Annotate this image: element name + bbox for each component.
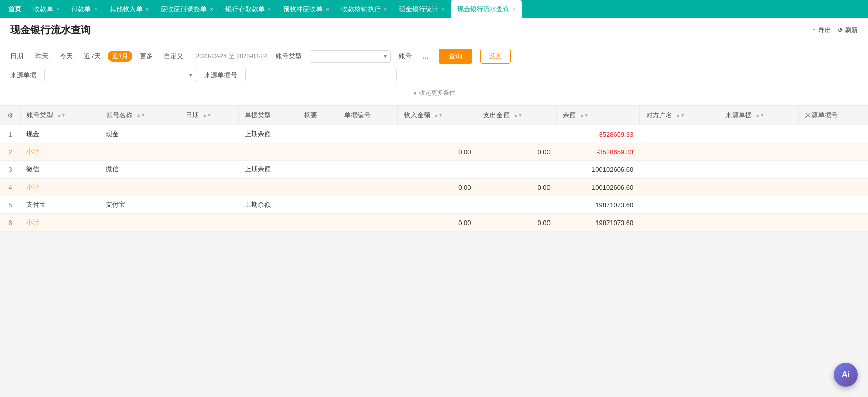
- cell-income: [397, 161, 477, 179]
- cell-account-name: [100, 143, 179, 161]
- th-date[interactable]: 日期 ▲▼: [179, 106, 238, 125]
- nav-cash-bank-stats-close[interactable]: ×: [441, 6, 444, 12]
- export-button[interactable]: ↑ 导出: [813, 26, 832, 35]
- sort-icon-account-name: ▲▼: [136, 113, 145, 118]
- source-doc-select-wrapper: [44, 69, 196, 81]
- date-btn-yesterday[interactable]: 昨天: [31, 51, 53, 62]
- export-icon: ↑: [813, 26, 816, 34]
- nav-cash-bank-flow-close[interactable]: ×: [513, 6, 516, 12]
- cell-summary: [298, 179, 338, 196]
- th-counterparty[interactable]: 对方户名 ▲▼: [639, 106, 719, 125]
- cell-summary: [298, 161, 338, 179]
- date-btn-7days[interactable]: 近7天: [80, 51, 105, 62]
- nav-cash-bank-stats-label: 现金银行统计: [399, 5, 438, 14]
- th-doc-no: 单据编号: [338, 106, 397, 125]
- cell-summary: [298, 214, 338, 232]
- th-counterparty-label: 对方户名: [646, 111, 672, 119]
- nav-item-cash-bank-stats[interactable]: 现金银行统计 ×: [393, 0, 450, 18]
- data-table-container: ⚙ 账号类型 ▲▼ 账号名称 ▲▼ 日期 ▲▼ 单据类型 摘要: [0, 106, 868, 232]
- cell-income: 0.00: [397, 179, 477, 196]
- nav-ap-adjustment-close[interactable]: ×: [210, 6, 213, 12]
- th-source-doc[interactable]: 来源单据 ▲▼: [719, 106, 798, 125]
- cell-expense: 0.00: [477, 214, 557, 232]
- nav-item-bank-deposit[interactable]: 银行存取款单 ×: [219, 0, 277, 18]
- cell-row-num: 3: [0, 161, 20, 179]
- th-balance[interactable]: 余额 ▲▼: [557, 106, 639, 125]
- refresh-icon: ↺: [837, 26, 843, 34]
- date-btn-1month[interactable]: 近1月: [108, 51, 132, 62]
- query-button[interactable]: 查询: [439, 49, 472, 64]
- nav-advance-offset-close[interactable]: ×: [326, 6, 329, 12]
- cell-summary: [298, 125, 338, 143]
- th-balance-label: 余额: [563, 111, 576, 119]
- nav-bank-deposit-close[interactable]: ×: [268, 6, 271, 12]
- cell-source-doc-no: [799, 214, 868, 232]
- source-doc-no-input[interactable]: [245, 69, 397, 81]
- account-type-select[interactable]: [310, 50, 391, 63]
- cell-date: [179, 196, 238, 214]
- th-account-type[interactable]: 账号类型 ▲▼: [20, 106, 100, 125]
- nav-item-advance-offset[interactable]: 预收冲应收单 ×: [277, 0, 335, 18]
- nav-collection-execute-close[interactable]: ×: [384, 6, 387, 12]
- th-income[interactable]: 收入金额 ▲▼: [397, 106, 477, 125]
- sort-icon-account-type: ▲▼: [57, 113, 66, 118]
- collapse-bar[interactable]: ∧ 收起更多条件: [10, 86, 858, 99]
- account-type-select-wrapper: [310, 50, 391, 63]
- nav-item-ap-adjustment[interactable]: 应收应付调整单 ×: [155, 0, 219, 18]
- filter-row-2: 来源单据 来源单据号: [10, 69, 858, 81]
- account-dots-button[interactable]: ...: [420, 52, 431, 61]
- cell-source-doc: [719, 161, 798, 179]
- nav-item-receipt[interactable]: 收款单 ×: [27, 0, 65, 18]
- refresh-button[interactable]: ↺ 刷新: [837, 26, 858, 35]
- cell-source-doc-no: [799, 143, 868, 161]
- nav-item-home[interactable]: 首页: [2, 0, 27, 18]
- collapse-label: 收起更多条件: [419, 89, 455, 97]
- cell-expense: 0.00: [477, 143, 557, 161]
- cell-counterparty: [639, 125, 719, 143]
- date-buttons: 昨天 今天 近7天 近1月 更多 自定义: [31, 51, 188, 62]
- th-account-name[interactable]: 账号名称 ▲▼: [100, 106, 179, 125]
- nav-item-other-income[interactable]: 其他收入单 ×: [104, 0, 155, 18]
- nav-item-collection-execute[interactable]: 收款核销执行 ×: [335, 0, 393, 18]
- cell-source-doc-no: [799, 196, 868, 214]
- sort-icon-counterparty: ▲▼: [676, 113, 685, 118]
- cell-account-type: 小计: [20, 179, 100, 196]
- cell-doc-no: [338, 143, 397, 161]
- table-row: 5 支付宝 支付宝 上期余额 19871073.60: [0, 196, 868, 214]
- settings-button[interactable]: 设置: [480, 49, 511, 64]
- nav-item-payment[interactable]: 付款单 ×: [65, 0, 103, 18]
- cell-doc-no: [338, 214, 397, 232]
- cell-source-doc: [719, 143, 798, 161]
- cell-account-type: 支付宝: [20, 196, 100, 214]
- nav-item-cash-bank-flow[interactable]: 现金银行流水查询 ×: [451, 0, 522, 18]
- cell-source-doc: [719, 125, 798, 143]
- date-filter-label: 日期: [10, 52, 23, 61]
- th-income-label: 收入金额: [404, 111, 430, 119]
- cell-doc-no: [338, 161, 397, 179]
- cell-balance: 100102606.60: [557, 179, 639, 196]
- filter-area: 日期 昨天 今天 近7天 近1月 更多 自定义 2023-02-24 至 202…: [0, 42, 868, 106]
- cell-balance: 19871073.60: [557, 214, 639, 232]
- th-settings[interactable]: ⚙: [0, 106, 20, 125]
- cell-row-num: 4: [0, 179, 20, 196]
- nav-payment-close[interactable]: ×: [94, 6, 97, 12]
- nav-bank-deposit-label: 银行存取款单: [225, 5, 265, 14]
- cell-doc-type: [239, 214, 298, 232]
- date-btn-custom[interactable]: 自定义: [160, 51, 188, 62]
- cell-source-doc: [719, 196, 798, 214]
- cell-doc-no: [338, 196, 397, 214]
- nav-ap-adjustment-label: 应收应付调整单: [161, 5, 207, 14]
- nav-other-income-close[interactable]: ×: [146, 6, 149, 12]
- date-btn-more[interactable]: 更多: [135, 51, 157, 62]
- cell-doc-type: 上期余额: [239, 161, 298, 179]
- page-header: 现金银行流水查询 ↑ 导出 ↺ 刷新: [0, 18, 868, 42]
- th-expense[interactable]: 支出金额 ▲▼: [477, 106, 557, 125]
- date-range-display: 2023-02-24 至 2023-03-24: [196, 52, 267, 61]
- source-doc-select[interactable]: [44, 69, 196, 81]
- nav-receipt-close[interactable]: ×: [56, 6, 59, 12]
- account-type-label: 账号类型: [276, 52, 302, 61]
- cell-balance: -3528659.33: [557, 125, 639, 143]
- date-btn-today[interactable]: 今天: [56, 51, 77, 62]
- cell-doc-type: [239, 179, 298, 196]
- cell-income: 0.00: [397, 214, 477, 232]
